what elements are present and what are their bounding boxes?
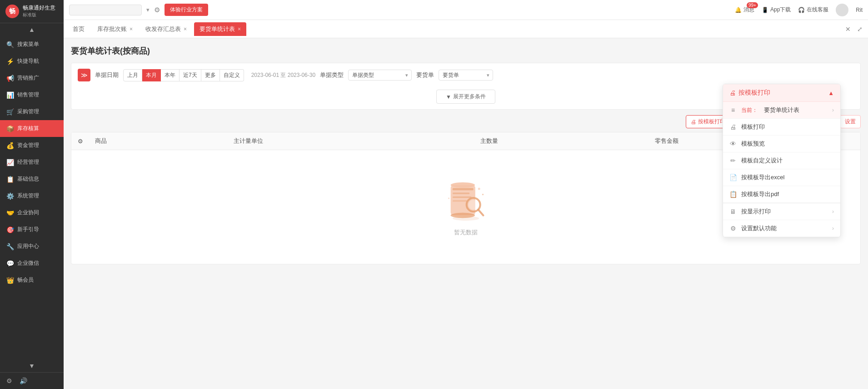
- dropdown-display-print-left: 🖥 按显示打印: [729, 207, 771, 216]
- doc-type-label: 单据类型: [320, 71, 344, 79]
- cart-icon: 🛒: [6, 108, 14, 116]
- sidebar-item-basic[interactable]: 📋 基础信息: [0, 171, 64, 187]
- topbar: ▾ ⚙ 体验行业方案 🔔 消息 99+ 📱 App下载 🎧 在线客服 Rit: [64, 0, 868, 20]
- volume-icon[interactable]: 🔊: [20, 377, 27, 384]
- current-template-icon: ≡: [729, 106, 737, 114]
- chat-icon: 💬: [6, 260, 14, 267]
- tab-home[interactable]: 首页: [67, 22, 90, 36]
- template-design-label: 模板自定义设计: [741, 157, 783, 165]
- settings-btn[interactable]: 设置: [840, 115, 861, 128]
- expand-more-btn[interactable]: ▼ 展开更多条件: [436, 90, 495, 104]
- tab-inventory-batch[interactable]: 库存批次账 ×: [92, 22, 138, 36]
- current-template-name: 要货单统计表: [764, 106, 799, 114]
- sidebar-item-quick-nav[interactable]: ⚡ 快捷导航: [0, 53, 64, 70]
- sidebar-item-marketing[interactable]: 📢 营销推广: [0, 70, 64, 86]
- tab-inventory-batch-close[interactable]: ×: [130, 26, 133, 32]
- scroll-down-btn[interactable]: ▼: [0, 359, 64, 372]
- doc-type-select[interactable]: 单据类型: [348, 70, 412, 81]
- sidebar-item-search[interactable]: 🔍 搜索菜单: [0, 36, 64, 53]
- sidebar-item-purchase[interactable]: 🛒 采购管理: [0, 103, 64, 120]
- date-btn-custom[interactable]: 自定义: [220, 69, 244, 81]
- dropdown-template-design[interactable]: ✏ 模板自定义设计: [723, 152, 840, 169]
- dropdown-display-print[interactable]: 🖥 按显示打印 ›: [723, 203, 840, 220]
- username-label[interactable]: Rit: [856, 7, 863, 13]
- th-product: 商品: [90, 132, 228, 150]
- sidebar-item-sales[interactable]: 📊 销售管理: [0, 86, 64, 103]
- sidebar-bottom: ⚙ 🔊: [0, 372, 64, 389]
- industry-btn[interactable]: 体验行业方案: [165, 4, 208, 16]
- dropdown-template-print[interactable]: 🖨 模板打印: [723, 119, 840, 136]
- settings-icon[interactable]: ⚙: [6, 377, 12, 384]
- dropdown-template-excel[interactable]: 📄 按模板导出excel: [723, 169, 840, 186]
- date-range-text: 2023-06-01 至 2023-06-30: [251, 71, 315, 79]
- content-area: 要货单统计表(按商品) ≫ 单据日期 上月 本月 本年 近7天 更多 自定义 2…: [64, 38, 868, 389]
- scroll-up-btn[interactable]: ▲: [0, 23, 64, 36]
- template-pdf-icon: 📋: [729, 191, 737, 198]
- sidebar-item-system[interactable]: ⚙️ 系统管理: [0, 187, 64, 204]
- filter-expand-btn[interactable]: ≫: [78, 69, 90, 81]
- topbar-right: 🔔 消息 99+ 📱 App下载 🎧 在线客服 Rit: [735, 4, 863, 16]
- sidebar-item-vip[interactable]: 👑 畅会员: [0, 272, 64, 288]
- main-area: ▾ ⚙ 体验行业方案 🔔 消息 99+ 📱 App下载 🎧 在线客服 Rit 首…: [64, 0, 868, 389]
- sidebar-item-basic-label: 基础信息: [17, 175, 39, 183]
- dropdown-print-icon: 🖨: [729, 89, 736, 96]
- date-btn-this-month[interactable]: 本月: [142, 69, 161, 81]
- date-buttons: 上月 本月 本年 近7天 更多 自定义: [123, 69, 244, 81]
- sidebar-item-apps[interactable]: 🔧 应用中心: [0, 238, 64, 255]
- sidebar-item-wechat-label: 企业微信: [17, 259, 39, 267]
- avatar[interactable]: [836, 4, 848, 16]
- dropdown-header-left: 🖨 按模板打印: [729, 89, 770, 97]
- topbar-gear-icon[interactable]: ⚙: [154, 6, 160, 14]
- dropdown-set-default[interactable]: ⚙ 设置默认功能 ›: [723, 220, 840, 237]
- template-pdf-label: 按模板导出pdf: [741, 190, 779, 198]
- tab-order-stats-label: 要货单统计表: [200, 25, 235, 33]
- print-dropdown-menu: 🖨 按模板打印 ▲ ≡ 当前： 要货单统计表 › 🖨 模板打印 👁 模板预览: [723, 84, 841, 237]
- tab-order-stats-close[interactable]: ×: [238, 26, 241, 32]
- app-download-label: App下载: [770, 6, 791, 14]
- settings-col-icon[interactable]: ⚙: [78, 138, 83, 145]
- topbar-search-input[interactable]: [69, 5, 142, 15]
- dropdown-template-preview[interactable]: 👁 模板预览: [723, 136, 840, 152]
- app-logo: 畅 畅康通好生意 标准版: [0, 0, 64, 23]
- maximize-btn[interactable]: ⤢: [855, 24, 864, 35]
- sidebar-item-inventory[interactable]: 📦 库存核算: [0, 120, 64, 137]
- sidebar-item-marketing-label: 营销推广: [17, 74, 39, 82]
- svg-rect-4: [453, 197, 472, 198]
- clipboard-icon: 📋: [6, 176, 14, 183]
- online-service-label: 在线客服: [807, 6, 828, 14]
- tab-home-label: 首页: [73, 25, 85, 33]
- sidebar-item-enterprise[interactable]: 🤝 企业协同: [0, 204, 64, 221]
- tab-order-stats[interactable]: 要货单统计表 ×: [194, 22, 246, 36]
- date-btn-last-7days[interactable]: 近7天: [180, 69, 201, 81]
- topbar-dropdown-btn[interactable]: ▾: [146, 6, 150, 13]
- date-btn-this-year[interactable]: 本年: [161, 69, 180, 81]
- dropdown-template-pdf[interactable]: 📋 按模板导出pdf: [723, 186, 840, 203]
- date-btn-more[interactable]: 更多: [201, 69, 220, 81]
- tab-receipt-summary[interactable]: 收发存汇总表 ×: [140, 22, 192, 36]
- sidebar-item-finance[interactable]: 💰 资金管理: [0, 137, 64, 154]
- crown-icon: 👑: [6, 277, 14, 284]
- date-btn-last-month[interactable]: 上月: [123, 69, 142, 81]
- doc-type-select-wrap: 单据类型: [348, 70, 412, 81]
- sidebar-item-operations[interactable]: 📈 经营管理: [0, 154, 64, 171]
- dropdown-close-chevron[interactable]: ▲: [828, 90, 834, 96]
- order-status-select[interactable]: 要货单: [439, 70, 493, 81]
- page-title: 要货单统计表(按商品): [71, 45, 861, 56]
- messages-btn[interactable]: 🔔 消息 99+: [735, 6, 754, 14]
- dropdown-current-template[interactable]: ≡ 当前： 要货单统计表 ›: [723, 102, 840, 119]
- set-default-arrow: ›: [832, 225, 834, 232]
- sidebar-item-vip-label: 畅会员: [17, 276, 34, 284]
- svg-point-13: [448, 197, 449, 199]
- wrench-icon: 🔧: [6, 243, 14, 250]
- dropdown-header: 🖨 按模板打印 ▲: [723, 84, 840, 102]
- app-download-btn[interactable]: 📱 App下载: [762, 6, 791, 14]
- th-quantity: 主数量: [475, 132, 649, 150]
- tab-receipt-summary-close[interactable]: ×: [184, 26, 187, 32]
- set-default-icon: ⚙: [729, 225, 737, 232]
- online-service-btn[interactable]: 🎧 在线客服: [798, 6, 828, 14]
- sidebar-item-guide[interactable]: 🎯 新手引导: [0, 221, 64, 238]
- sidebar-item-wechat[interactable]: 💬 企业微信: [0, 255, 64, 272]
- close-all-tabs-btn[interactable]: ✕: [843, 24, 853, 35]
- box-icon: 📦: [6, 125, 14, 132]
- template-preview-icon: 👁: [729, 140, 737, 147]
